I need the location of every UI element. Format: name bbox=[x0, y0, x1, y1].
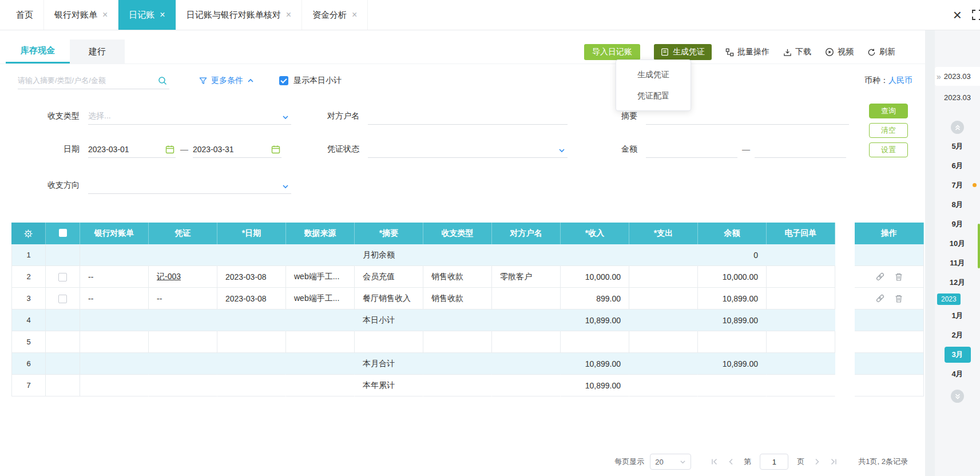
video-button[interactable]: 视频 bbox=[825, 47, 854, 57]
cell-summary: 本日小计 bbox=[355, 310, 423, 331]
batch-operations-button[interactable]: 批量操作 bbox=[725, 47, 769, 57]
clear-button[interactable]: 清空 bbox=[869, 123, 908, 138]
timeline-month[interactable]: 5月 bbox=[945, 137, 971, 156]
timeline-month[interactable]: 11月 bbox=[945, 253, 971, 273]
refresh-button[interactable]: 刷新 bbox=[867, 47, 895, 57]
subtab-cash[interactable]: 库存现金 bbox=[6, 39, 70, 64]
income-type-placeholder: 选择... bbox=[88, 111, 111, 121]
checkbox-checked-icon[interactable] bbox=[279, 76, 288, 85]
table-row[interactable]: 3----2023-03-08web端手工...餐厅销售收入销售收款899.00… bbox=[11, 288, 924, 310]
counterparty-input[interactable] bbox=[368, 112, 568, 121]
amount-max-input[interactable] bbox=[755, 145, 846, 154]
timeline-month[interactable]: 3月 bbox=[945, 347, 971, 363]
per-page-select[interactable]: 20 bbox=[650, 454, 691, 470]
menu-item-voucher-config[interactable]: 凭证配置 bbox=[616, 85, 691, 106]
cell-ops bbox=[855, 244, 924, 266]
row-checkbox-cell[interactable] bbox=[46, 266, 80, 288]
tab-close-icon[interactable]: × bbox=[160, 10, 165, 19]
menu-item-generate-voucher[interactable]: 生成凭证 bbox=[616, 64, 691, 85]
table-row[interactable]: 4本日小计10,899.0010,899.00 bbox=[11, 310, 924, 331]
column-settings-button[interactable] bbox=[11, 223, 46, 244]
timeline-month[interactable]: 8月 bbox=[945, 195, 971, 215]
header-balance: 余额 bbox=[698, 223, 767, 244]
page-number-input[interactable] bbox=[760, 454, 788, 470]
table-row[interactable]: 1月初余额0 bbox=[11, 244, 924, 266]
header-voucher: 凭证 bbox=[149, 223, 217, 244]
tab-close-icon[interactable]: × bbox=[352, 10, 357, 19]
cell-ops bbox=[855, 375, 924, 396]
window-tab[interactable]: 日记账× bbox=[118, 0, 176, 30]
scroll-months-up-button[interactable] bbox=[951, 121, 964, 134]
table-row[interactable]: 6本月合计10,899.0010,899.00 bbox=[11, 353, 924, 375]
tab-close-icon[interactable]: × bbox=[286, 10, 291, 19]
import-journal-button[interactable]: 导入日记账 bbox=[584, 44, 640, 60]
currency-value[interactable]: 人民币 bbox=[888, 76, 912, 85]
field-date-range: 日期 — bbox=[22, 141, 281, 158]
generate-voucher-button[interactable]: 生成凭证 bbox=[654, 44, 712, 60]
window-tab[interactable]: 资金分析× bbox=[302, 0, 368, 30]
link-icon[interactable] bbox=[875, 272, 885, 281]
timeline-scrollbar-thumb[interactable] bbox=[978, 224, 980, 268]
search-input[interactable] bbox=[18, 76, 154, 85]
filter-icon bbox=[199, 77, 207, 85]
tab-close-icon[interactable]: × bbox=[102, 10, 108, 19]
first-page-button[interactable] bbox=[711, 458, 719, 466]
download-icon bbox=[783, 48, 792, 57]
search-icon[interactable] bbox=[158, 76, 167, 85]
select-all-checkbox[interactable] bbox=[46, 223, 80, 244]
row-checkbox[interactable] bbox=[58, 273, 67, 281]
timeline-month[interactable]: 12月 bbox=[945, 273, 971, 292]
cell-summary: 餐厅销售收入 bbox=[355, 288, 423, 310]
voucher-link[interactable]: 记-003 bbox=[157, 272, 181, 281]
cell-bank bbox=[80, 331, 149, 353]
table-row[interactable]: 7本年累计10,899.00 bbox=[11, 375, 924, 396]
voucher-status-select[interactable] bbox=[368, 141, 568, 158]
window-tab[interactable]: 日记账与银行对账单核对× bbox=[176, 0, 302, 30]
direction-select[interactable] bbox=[88, 177, 291, 194]
amount-min-input[interactable] bbox=[646, 145, 737, 154]
date-from-input[interactable] bbox=[88, 145, 176, 154]
summary-input[interactable] bbox=[646, 112, 849, 121]
timeline-month[interactable]: 10月 bbox=[945, 234, 971, 253]
subtab-ccb[interactable]: 建行 bbox=[70, 39, 125, 64]
next-page-button[interactable] bbox=[813, 458, 821, 466]
show-daily-subtotal-checkbox[interactable]: 显示本日小计 bbox=[279, 76, 342, 86]
close-icon[interactable]: × bbox=[953, 7, 962, 22]
window-tab[interactable]: 首页 bbox=[6, 0, 44, 30]
timeline-month[interactable]: 1月 bbox=[945, 306, 971, 326]
cell-income-type bbox=[423, 331, 492, 353]
scroll-months-down-button[interactable] bbox=[951, 390, 964, 403]
settings-button[interactable]: 设置 bbox=[869, 142, 908, 157]
window-tab[interactable]: 银行对账单× bbox=[44, 0, 118, 30]
calendar-icon[interactable] bbox=[271, 145, 280, 154]
row-checkbox[interactable] bbox=[58, 295, 67, 303]
delete-icon[interactable] bbox=[894, 272, 903, 281]
row-checkbox-cell[interactable] bbox=[46, 288, 80, 310]
income-type-select[interactable]: 选择... bbox=[88, 108, 291, 125]
delete-icon[interactable] bbox=[894, 294, 903, 303]
timeline-month[interactable]: 4月 bbox=[945, 364, 971, 384]
collapse-timeline-button[interactable]: » 2023.03 bbox=[935, 67, 980, 86]
table-row[interactable]: 2--记-0032023-03-08web端手工...会员充值销售收款零散客户1… bbox=[11, 266, 924, 288]
timeline-month[interactable]: 2月 bbox=[945, 326, 971, 345]
field-income-type: 收支类型 选择... bbox=[22, 108, 291, 125]
amount-label: 金额 bbox=[580, 144, 637, 154]
timeline-month[interactable]: 7月 bbox=[945, 176, 971, 195]
calendar-icon[interactable] bbox=[165, 145, 174, 154]
timeline-months: 5月6月7月8月9月10月11月12月20231月2月3月4月 bbox=[935, 137, 980, 384]
download-button[interactable]: 下载 bbox=[783, 47, 811, 57]
cell-balance bbox=[698, 375, 767, 396]
date-to-input[interactable] bbox=[193, 145, 281, 154]
more-conditions-toggle[interactable]: 更多条件 bbox=[199, 76, 254, 86]
cell-counterparty bbox=[492, 353, 561, 375]
table-row[interactable]: 5 bbox=[11, 331, 924, 353]
query-button[interactable]: 查询 bbox=[869, 104, 908, 118]
last-page-button[interactable] bbox=[830, 458, 838, 466]
fullscreen-icon[interactable] bbox=[971, 9, 980, 21]
prev-page-button[interactable] bbox=[727, 458, 735, 466]
timeline-month[interactable]: 6月 bbox=[945, 156, 971, 176]
cell-summary bbox=[355, 331, 423, 353]
timeline-month[interactable]: 9月 bbox=[945, 215, 971, 234]
header-expense: *支出 bbox=[629, 223, 698, 244]
link-icon[interactable] bbox=[875, 293, 885, 303]
